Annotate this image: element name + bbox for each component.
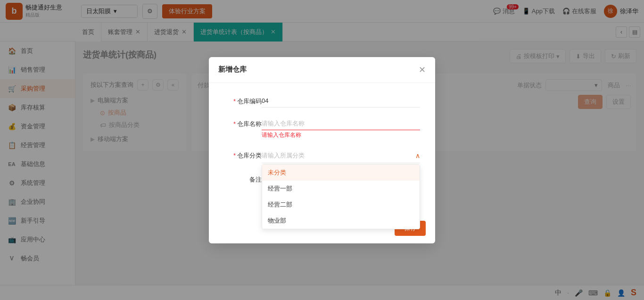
dropdown-item-none[interactable]: 未分类 <box>262 165 420 181</box>
dropdown-item-property[interactable]: 物业部 <box>262 213 420 229</box>
category-row: 仓库分类 请输入所属分类 ∧ 未分类 经营一部 经营二部 物业部 <box>224 149 420 163</box>
category-select[interactable]: 请输入所属分类 ∧ <box>262 149 420 163</box>
chevron-up-icon: ∧ <box>415 152 420 159</box>
name-label: 仓库名称 <box>224 117 262 128</box>
name-input[interactable] <box>262 117 420 130</box>
code-row: 仓库编码 <box>224 94 420 108</box>
code-input[interactable] <box>262 94 420 108</box>
category-label: 仓库分类 <box>224 149 262 160</box>
modal-header: 新增仓库 ✕ <box>209 57 435 83</box>
add-warehouse-modal: 新增仓库 ✕ 仓库编码 仓库名称 请输入仓库名称 仓库分类 <box>209 57 435 243</box>
remark-label: 备注 <box>224 173 262 184</box>
modal-close-button[interactable]: ✕ <box>419 65 426 75</box>
code-label: 仓库编码 <box>224 94 262 106</box>
modal-title: 新增仓库 <box>218 65 247 74</box>
modal-body: 仓库编码 仓库名称 请输入仓库名称 仓库分类 请输入所属分类 <box>209 83 435 215</box>
dropdown-item-ops2[interactable]: 经营二部 <box>262 197 420 213</box>
name-row: 仓库名称 请输入仓库名称 <box>224 117 420 139</box>
category-dropdown: 未分类 经营一部 经营二部 物业部 <box>262 164 420 229</box>
name-error-msg: 请输入仓库名称 <box>262 131 420 139</box>
dropdown-item-ops1[interactable]: 经营一部 <box>262 181 420 197</box>
modal-overlay: 新增仓库 ✕ 仓库编码 仓库名称 请输入仓库名称 仓库分类 <box>0 0 644 300</box>
